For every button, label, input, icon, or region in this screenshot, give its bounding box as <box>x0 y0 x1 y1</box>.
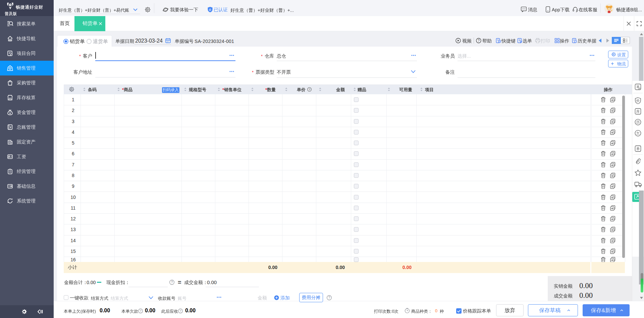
svg-text:?: ? <box>179 309 181 313</box>
svg-text:?: ? <box>171 280 173 284</box>
svg-text:?: ? <box>328 296 330 300</box>
svg-text:?: ? <box>309 88 310 91</box>
svg-text:?: ? <box>140 309 141 313</box>
svg-text:?: ? <box>478 39 480 43</box>
